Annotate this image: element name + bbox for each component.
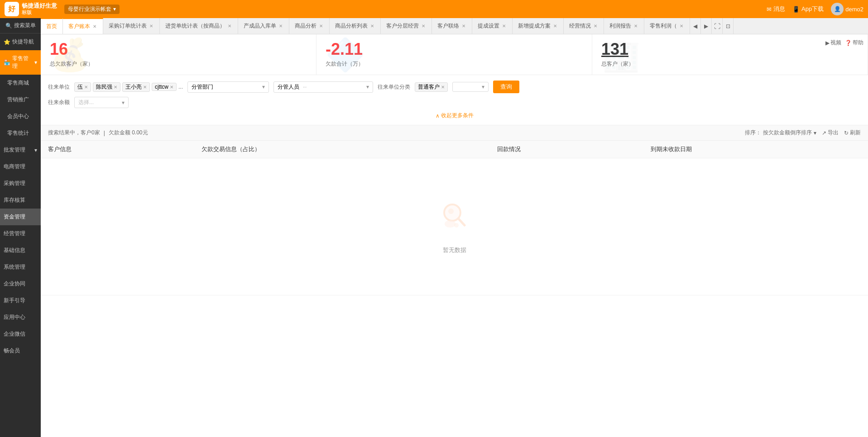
close-achievement[interactable]: ✕: [552, 24, 558, 28]
sidebar-item-app-center[interactable]: 应用中心: [0, 309, 41, 326]
svg-point-4: [454, 223, 459, 228]
tab-customer-book[interactable]: 客户账本 ✕: [63, 18, 103, 34]
balance-select[interactable]: 选择... ▾: [74, 97, 129, 108]
close-retail-profit[interactable]: ✕: [679, 24, 684, 28]
sort-select[interactable]: 排序： 按欠款金额倒序排序 ▾: [745, 129, 816, 137]
sidebar-item-retail-stats[interactable]: 零售统计: [0, 125, 41, 142]
remove-chen[interactable]: ✕: [114, 85, 117, 90]
sidebar-item-basic-info[interactable]: 基础信息: [0, 242, 41, 259]
stat-total-customers: 💰 16 总欠款客户（家）: [41, 34, 317, 75]
collapse-btn[interactable]: ∧ 收起更多条件: [48, 112, 861, 119]
account-selector[interactable]: 母婴行业演示帐套 ▾: [64, 5, 120, 14]
main-content: 💰 16 总欠款客户（家） 🔷 -2.11 欠款合计（万） 🏢 131: [41, 34, 868, 437]
retail-icon: 🏪: [4, 59, 10, 66]
tab-product-analysis-list[interactable]: 商品分析列表 ✕: [330, 18, 381, 34]
close-incoming[interactable]: ✕: [227, 24, 232, 28]
tab-retail-profit[interactable]: 零售利润（ ✕: [644, 18, 690, 34]
tab-fullscreen-btn[interactable]: ⛶: [712, 18, 723, 34]
close-customer-book[interactable]: ✕: [92, 24, 97, 29]
sidebar-item-finance[interactable]: 资金管理: [0, 209, 41, 225]
sidebar-item-new-guide[interactable]: 新手引导: [0, 292, 41, 309]
tab-prev-btn[interactable]: ◀: [690, 18, 701, 34]
tab-product-entry[interactable]: 产成品入库单 ✕: [238, 18, 289, 34]
refresh-btn[interactable]: ↻ 刷新: [844, 129, 861, 137]
data-table: 客户信息 欠款交易信息（占比） 回款情况 到期未收款日期: [41, 141, 868, 295]
tab-raise-settings[interactable]: 提成设置 ✕: [472, 18, 513, 34]
close-customer-seg[interactable]: ✕: [421, 24, 426, 28]
unit-type-tag-normal: 普通客户 ✕: [415, 82, 448, 92]
close-analysis-list[interactable]: ✕: [369, 24, 375, 28]
close-ops[interactable]: ✕: [593, 24, 598, 28]
sidebar-item-retail-management[interactable]: 🏪 零售管理 ▾: [0, 50, 41, 75]
tab-ops-status[interactable]: 经营情况 ✕: [564, 18, 604, 34]
filter-area: 往来单位 伍 ✕ 陈民强 ✕ 王小亮: [41, 75, 868, 125]
close-product-entry[interactable]: ✕: [278, 24, 283, 28]
sidebar-item-ecommerce[interactable]: 电商管理: [0, 158, 41, 175]
empty-state: 暂无数据: [48, 163, 861, 290]
chevron-down-icon: ▾: [113, 6, 116, 12]
video-btn[interactable]: ▶ 视频: [825, 39, 841, 47]
results-bar: 搜索结果中，客户0家 | 欠款金额 0.00元 排序： 按欠款金额倒序排序 ▾ …: [41, 125, 868, 141]
unit-more[interactable]: ...: [178, 84, 183, 90]
sidebar-item-operations[interactable]: 经营管理: [0, 225, 41, 242]
main-area: 🔍 搜索菜单 ⭐ 快捷导航 🏪 零售管理 ▾ 零售商城 营销推广 会员中心: [0, 18, 868, 437]
results-actions: 排序： 按欠款金额倒序排序 ▾ ↗ 导出 ↻ 刷新: [745, 129, 861, 137]
avatar: 👤: [831, 3, 844, 15]
chevron-icon-2: ▾: [34, 147, 37, 153]
close-raise[interactable]: ✕: [501, 24, 507, 28]
sidebar-item-marketing[interactable]: 营销推广: [0, 91, 41, 108]
sidebar-item-quick-nav[interactable]: ⭐ 快捷导航: [0, 33, 41, 50]
user-avatar-area[interactable]: 👤 demo2: [831, 3, 863, 15]
app-download-btn[interactable]: 📱 App下载: [792, 5, 824, 13]
person-select[interactable]: 分管人员 ··· ▾: [273, 81, 373, 93]
tab-product-analysis[interactable]: 商品分析 ✕: [289, 18, 330, 34]
sidebar-item-member[interactable]: 畅会员: [0, 342, 41, 359]
remove-cjttcw[interactable]: ✕: [170, 85, 173, 90]
remove-normal[interactable]: ✕: [441, 85, 445, 90]
results-summary: 搜索结果中，客户0家: [48, 129, 100, 137]
sidebar-item-member-center[interactable]: 会员中心: [0, 108, 41, 125]
table-header-row: 客户信息 欠款交易信息（占比） 回款情况 到期未收款日期: [41, 141, 868, 158]
tab-customer-contact[interactable]: 客户联络 ✕: [432, 18, 472, 34]
sidebar: 🔍 搜索菜单 ⭐ 快捷导航 🏪 零售管理 ▾ 零售商城 营销推广 会员中心: [0, 18, 41, 437]
tab-incoming-stats[interactable]: 进货单统计表（按商品） ✕: [160, 18, 238, 34]
remove-wu[interactable]: ✕: [84, 85, 88, 90]
app-container: 好 畅捷通好生意 标版 母婴行业演示帐套 ▾ ✉ 消息 📱 App下载 👤 de…: [0, 0, 868, 437]
sort-arrow: ▾: [814, 130, 816, 136]
close-customer-contact[interactable]: ✕: [461, 24, 466, 28]
sidebar-item-wholesale[interactable]: 批发管理 ▾: [0, 142, 41, 158]
tab-restore-btn[interactable]: ⊡: [723, 18, 734, 34]
svg-point-1: [448, 209, 454, 214]
sidebar-search[interactable]: 🔍 搜索菜单: [0, 18, 41, 33]
export-btn[interactable]: ↗ 导出: [822, 129, 839, 137]
sidebar-item-inventory[interactable]: 库存核算: [0, 192, 41, 209]
tab-next-btn[interactable]: ▶: [701, 18, 712, 34]
filter-row-2: 往来余额 选择... ▾: [48, 97, 861, 108]
tab-new-achievement[interactable]: 新增提成方案 ✕: [513, 18, 564, 34]
sidebar-item-system[interactable]: 系统管理: [0, 259, 41, 276]
person-arrow: ▾: [366, 84, 369, 90]
help-btn[interactable]: ❓ 帮助: [845, 39, 863, 47]
remove-wang[interactable]: ✕: [143, 85, 147, 90]
unit-type-select[interactable]: ▾: [452, 82, 489, 92]
sidebar-item-enterprise[interactable]: 企业协同: [0, 276, 41, 292]
logo-icon: 好: [5, 2, 19, 16]
sidebar-item-enterprise-wechat[interactable]: 企业微信: [0, 326, 41, 342]
tab-profit-report[interactable]: 利润报告 ✕: [604, 18, 644, 34]
message-btn[interactable]: ✉ 消息: [767, 5, 785, 13]
tab-purchase-order[interactable]: 采购订单统计表 ✕: [103, 18, 160, 34]
top-right: ✉ 消息 📱 App下载 👤 demo2: [767, 3, 863, 15]
close-purchase-order[interactable]: ✕: [149, 24, 154, 28]
unit-tag-chen: 陈民强 ✕: [93, 82, 120, 92]
dept-select[interactable]: 分管部门 ▾: [187, 81, 269, 93]
close-product-analysis[interactable]: ✕: [318, 24, 324, 28]
tab-customer-seg[interactable]: 客户分层经营 ✕: [381, 18, 432, 34]
svg-line-2: [458, 218, 465, 225]
empty-text: 暂无数据: [443, 246, 466, 254]
query-button[interactable]: 查询: [493, 81, 519, 93]
sidebar-item-purchase[interactable]: 采购管理: [0, 175, 41, 192]
logo-area: 好 畅捷通好生意 标版: [5, 2, 57, 16]
close-profit[interactable]: ✕: [633, 24, 638, 28]
sidebar-item-retail-mall[interactable]: 零售商城: [0, 75, 41, 91]
tab-home[interactable]: 首页: [41, 18, 63, 34]
